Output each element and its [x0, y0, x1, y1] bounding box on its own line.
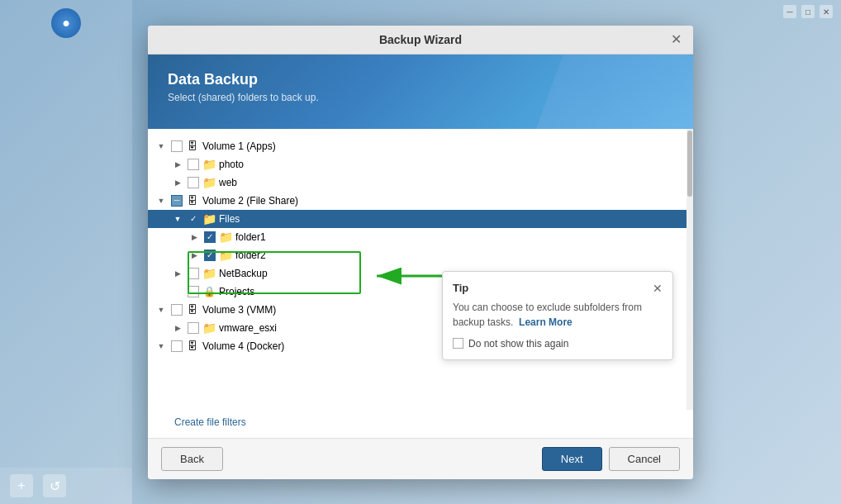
tip-do-not-show-checkbox[interactable]	[453, 338, 463, 349]
footer-right-buttons: Next Cancel	[542, 447, 680, 471]
lock-icon: 🔒	[202, 285, 216, 298]
folder-icon-folder2: 📁	[219, 249, 232, 262]
scrollbar-track[interactable]	[687, 129, 693, 410]
toggle-projects	[171, 285, 184, 298]
label-vol2: Volume 2 (File Share)	[202, 195, 298, 207]
label-files: Files	[219, 213, 240, 225]
tip-close-button[interactable]: ✕	[653, 282, 663, 295]
checkbox-netbackup[interactable]	[188, 268, 199, 279]
checkbox-photo[interactable]	[188, 159, 199, 170]
tip-title: Tip	[453, 282, 468, 294]
toggle-netbackup[interactable]: ▶	[171, 267, 184, 280]
logo-icon: ●	[62, 16, 70, 31]
tip-checkbox-row: Do not show this again	[453, 338, 663, 349]
dialog-footer: Back Next Cancel	[148, 438, 693, 479]
label-web: web	[219, 177, 237, 188]
tip-popup: Tip ✕ You can choose to exclude subfolde…	[442, 271, 673, 360]
folder-icon-vmware: 📁	[202, 321, 216, 335]
folder-icon-folder1: 📁	[219, 231, 232, 244]
maximize-btn[interactable]: □	[801, 5, 815, 18]
folder-icon-files: 📁	[202, 212, 216, 226]
backup-wizard-dialog: Backup Wizard ✕ Data Backup Select (shar…	[148, 26, 693, 479]
toggle-vol4[interactable]: ▼	[154, 340, 168, 353]
cancel-button[interactable]: Cancel	[609, 447, 680, 471]
folder-tree: ▼ 🗄 Volume 1 (Apps) ▶ 📁 photo ▶ 📁	[148, 129, 693, 410]
checkbox-web[interactable]	[188, 177, 199, 188]
folder-icon-photo: 📁	[202, 158, 216, 171]
tree-item-photo[interactable]: ▶ 📁 photo	[148, 155, 693, 174]
db-icon-vol3: 🗄	[186, 303, 199, 316]
toggle-folder1[interactable]: ▶	[188, 231, 201, 244]
checkbox-vol3[interactable]	[171, 304, 183, 316]
dialog-title: Backup Wizard	[173, 33, 668, 46]
checkbox-folder2[interactable]: ✓	[204, 250, 216, 261]
next-button[interactable]: Next	[542, 447, 602, 471]
add-icon[interactable]: +	[10, 474, 33, 497]
toggle-vol1[interactable]: ▼	[154, 140, 168, 153]
checkbox-vol2[interactable]: ─	[171, 195, 183, 207]
taskbar-bottom: + ↺	[0, 468, 132, 504]
toggle-vmware[interactable]: ▶	[171, 321, 184, 335]
label-photo: photo	[219, 159, 244, 170]
folder-icon-netbackup: 📁	[202, 267, 216, 280]
app-logo: ●	[51, 8, 81, 38]
tip-learn-more-link[interactable]: Learn More	[519, 316, 573, 328]
tip-header: Tip ✕	[453, 282, 663, 295]
toggle-web[interactable]: ▶	[171, 176, 184, 189]
close-btn[interactable]: ✕	[820, 5, 833, 18]
db-icon-vol2: 🗄	[186, 194, 199, 207]
checkbox-projects[interactable]	[188, 286, 199, 297]
minimize-btn[interactable]: ─	[783, 5, 796, 18]
label-vol4: Volume 4 (Docker)	[202, 340, 284, 352]
folder-icon-web: 📁	[202, 176, 216, 189]
tree-item-folder1[interactable]: ▶ ✓ 📁 folder1	[148, 228, 693, 246]
toggle-files[interactable]: ▼	[171, 212, 184, 226]
taskbar-panel: ● + ↺	[0, 0, 132, 504]
dialog-header: Data Backup Select (shared) folders to b…	[148, 55, 693, 129]
checkbox-files[interactable]: ✓	[188, 213, 199, 225]
tree-item-web[interactable]: ▶ 📁 web	[148, 174, 693, 192]
dialog-titlebar: Backup Wizard ✕	[148, 26, 693, 55]
checkbox-vol4[interactable]	[171, 340, 183, 352]
header-title: Data Backup	[168, 71, 673, 88]
desktop: ● + ↺ ─ □ ✕ Backup Wizard ✕ Data Backup …	[0, 0, 841, 504]
tree-item-files[interactable]: ▼ ✓ 📁 Files	[148, 210, 693, 228]
label-vol3: Volume 3 (VMM)	[202, 304, 276, 316]
toggle-photo[interactable]: ▶	[171, 158, 184, 171]
tree-item-vol2[interactable]: ▼ ─ 🗄 Volume 2 (File Share)	[148, 192, 693, 210]
tip-text: You can choose to exclude subfolders fro…	[453, 300, 663, 330]
checkbox-folder1[interactable]: ✓	[204, 231, 216, 243]
db-icon-vol1: 🗄	[186, 140, 199, 153]
label-projects: Projects	[219, 286, 254, 297]
label-folder2: folder2	[235, 250, 266, 261]
label-vmware: vmware_esxi	[219, 322, 277, 334]
tree-item-folder2[interactable]: ▶ ✓ 📁 folder2	[148, 246, 693, 264]
checkbox-vmware[interactable]	[188, 322, 199, 334]
db-icon-vol4: 🗄	[186, 340, 199, 353]
history-icon[interactable]: ↺	[43, 474, 66, 497]
toggle-vol2[interactable]: ▼	[154, 194, 168, 207]
dialog-close-button[interactable]: ✕	[668, 32, 683, 47]
checkbox-vol1[interactable]	[171, 140, 183, 152]
create-file-filters-link[interactable]: Create file filters	[154, 413, 266, 431]
label-folder1: folder1	[235, 231, 266, 243]
scrollbar-thumb[interactable]	[687, 131, 692, 197]
label-vol1: Volume 1 (Apps)	[202, 140, 276, 152]
toggle-folder2[interactable]: ▶	[188, 249, 201, 262]
dialog-body: ▼ 🗄 Volume 1 (Apps) ▶ 📁 photo ▶ 📁	[148, 129, 693, 438]
window-chrome: ─ □ ✕	[775, 0, 841, 23]
create-link-container: Create file filters	[148, 410, 693, 438]
toggle-vol3[interactable]: ▼	[154, 303, 168, 316]
back-button[interactable]: Back	[161, 447, 223, 471]
tree-item-vol1[interactable]: ▼ 🗄 Volume 1 (Apps)	[148, 137, 693, 155]
header-subtitle: Select (shared) folders to back up.	[168, 92, 673, 103]
tip-checkbox-label: Do not show this again	[468, 338, 568, 349]
label-netbackup: NetBackup	[219, 268, 268, 279]
